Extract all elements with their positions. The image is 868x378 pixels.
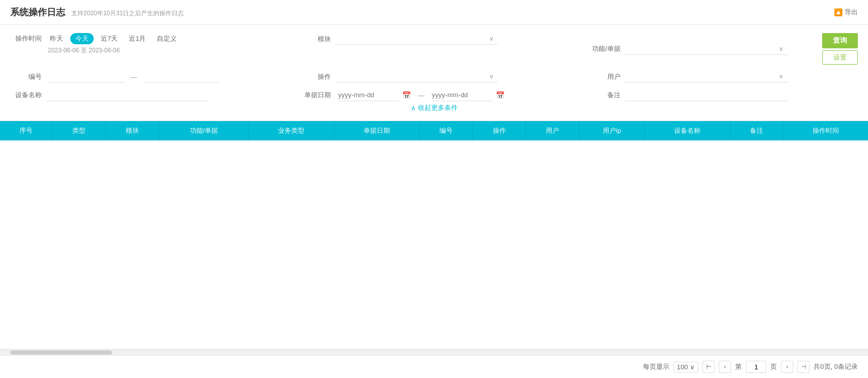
function-chevron-icon: ∨	[779, 45, 783, 52]
per-page-label: 每页显示	[643, 362, 669, 371]
operation-select[interactable]: ∨	[335, 71, 498, 82]
scrollbar-thumb[interactable]	[10, 351, 112, 355]
time-btn-today[interactable]: 今天	[70, 33, 94, 44]
device-input[interactable]	[46, 89, 209, 101]
module-chevron-icon: ∨	[489, 35, 494, 42]
next-page-button[interactable]: ›	[781, 361, 793, 373]
col-module: 模块	[106, 121, 159, 140]
table-header-row: 序号 类型 模块 功能/单据 业务类型 单据日期 编号 操作 用户 用户ip 设…	[0, 121, 868, 140]
page-unit: 页	[770, 362, 777, 371]
page-label: 第	[735, 362, 742, 371]
user-label: 用户	[589, 72, 625, 81]
calendar-from-icon[interactable]: 📅	[402, 91, 411, 99]
collapse-button[interactable]: ∧ 收起更多条件	[411, 103, 458, 112]
module-label: 模块	[299, 35, 335, 44]
col-function: 功能/单据	[159, 121, 248, 140]
first-page-button[interactable]: ⊢	[703, 361, 715, 373]
col-biz-type: 业务类型	[249, 121, 334, 140]
device-label: 设备名称	[10, 91, 46, 100]
horizontal-scrollbar[interactable]	[0, 349, 868, 355]
date-from-input[interactable]	[338, 89, 399, 101]
user-chevron-icon: ∨	[779, 73, 783, 80]
number-input-from[interactable]	[48, 71, 124, 83]
data-table: 序号 类型 模块 功能/单据 业务类型 单据日期 编号 操作 用户 用户ip 设…	[0, 121, 868, 140]
page-input[interactable]	[746, 361, 766, 373]
time-label: 操作时间	[10, 34, 46, 43]
number-label: 编号	[10, 72, 46, 81]
function-select[interactable]: ∨	[625, 43, 788, 55]
total-info: 共0页, 0条记录	[814, 362, 858, 371]
col-seq: 序号	[0, 121, 52, 140]
operation-chevron-icon: ∨	[489, 73, 494, 80]
col-user: 用户	[526, 121, 579, 140]
page-subtitle: 支持2020年10月31日之后产生的操作日志	[71, 9, 184, 18]
col-number: 编号	[419, 121, 472, 140]
col-remark: 备注	[730, 121, 783, 140]
col-type: 类型	[52, 121, 105, 140]
doc-date-label: 单据日期	[299, 91, 335, 100]
number-dash: —	[130, 73, 137, 81]
col-op-time: 操作时间	[783, 121, 868, 140]
date-dash: —	[418, 92, 425, 99]
operation-label: 操作	[299, 72, 335, 81]
time-btn-custom[interactable]: 自定义	[153, 33, 181, 44]
col-user-ip: 用户ip	[579, 121, 645, 140]
number-input-to[interactable]	[143, 71, 219, 83]
time-filter-group: 昨天 今天 近7天 近1月 自定义	[46, 33, 181, 44]
remark-label: 备注	[589, 91, 625, 100]
per-page-value: 100	[677, 363, 688, 371]
time-btn-1month[interactable]: 近1月	[125, 33, 150, 44]
prev-page-button[interactable]: ‹	[719, 361, 731, 373]
time-btn-yesterday[interactable]: 昨天	[46, 33, 67, 44]
export-icon: 🔼	[834, 8, 843, 16]
col-operation: 操作	[472, 121, 525, 140]
remark-input[interactable]	[625, 89, 788, 101]
calendar-to-icon[interactable]: 📅	[496, 91, 505, 99]
module-select[interactable]: ∨	[335, 33, 498, 45]
collapse-up-icon: ∧	[411, 104, 416, 112]
export-button[interactable]: 🔼 导出	[834, 8, 858, 17]
settings-button[interactable]: 设置	[822, 50, 858, 65]
time-btn-7days[interactable]: 近7天	[97, 33, 122, 44]
col-device: 设备名称	[645, 121, 730, 140]
per-page-chevron-icon: ∨	[690, 363, 695, 371]
time-range: 2023-06-06 至 2023-06-06	[48, 47, 120, 54]
col-doc-date: 单据日期	[334, 121, 419, 140]
function-label: 功能/单据	[589, 44, 625, 53]
page-title: 系统操作日志	[10, 6, 65, 18]
query-button[interactable]: 查询	[822, 33, 858, 48]
last-page-button[interactable]: ⊣	[797, 361, 809, 373]
per-page-select[interactable]: 100 ∨	[674, 362, 699, 372]
pagination-bar: 每页显示 100 ∨ ⊢ ‹ 第 页 › ⊣ 共0页, 0条记录	[0, 355, 868, 378]
date-to-input[interactable]	[432, 89, 493, 101]
user-select[interactable]: ∨	[625, 71, 788, 82]
